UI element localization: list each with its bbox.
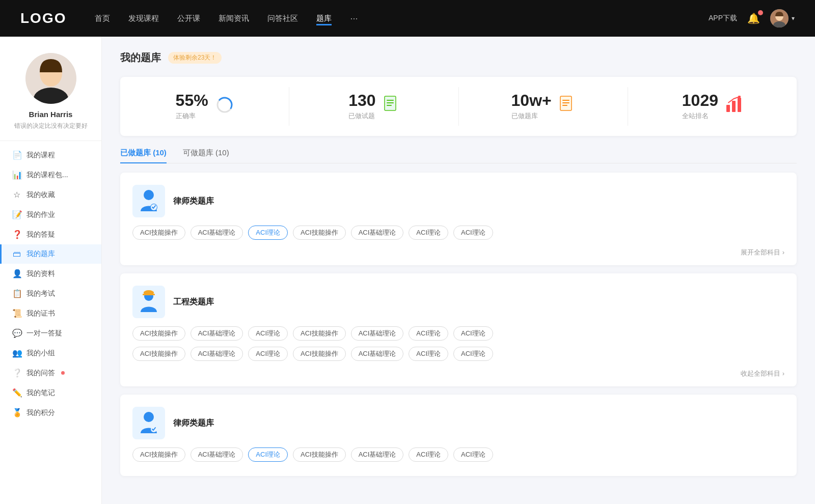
tabs-row: 已做题库 (10) 可做题库 (10): [120, 148, 797, 163]
doc-green-icon: [383, 96, 399, 118]
unread-dot: [61, 371, 65, 375]
notification-badge: [758, 10, 763, 15]
stat-done-banks-value: 10w+: [511, 92, 552, 108]
sidebar-item-my-group[interactable]: 👥 我的小组: [0, 343, 101, 363]
sidebar-item-my-notes[interactable]: ✏️ 我的笔记: [0, 383, 101, 403]
tag-item[interactable]: ACI基础理论: [351, 326, 404, 341]
group-icon: 👥: [12, 348, 21, 358]
svg-rect-14: [562, 102, 569, 103]
sidebar-item-question-bank[interactable]: 🗃 我的题库: [0, 244, 101, 264]
svg-rect-10: [387, 102, 394, 103]
stats-row: 55% 正确率 130 已做试题: [120, 77, 797, 136]
sidebar: Brian Harris 错误的决定比没有决定要好 📄 我的课程 📊 我的课程包…: [0, 37, 102, 504]
sidebar-item-favorites[interactable]: ☆ 我的收藏: [0, 185, 101, 205]
tag-item[interactable]: ACI理论: [409, 447, 448, 462]
tag-item[interactable]: ACI理论: [453, 226, 493, 240]
sidebar-item-my-points[interactable]: 🏅 我的积分: [0, 403, 101, 423]
stat-done-questions: 130 已做试题: [289, 87, 458, 126]
page-title: 我的题库: [120, 51, 161, 65]
qa-icon: ❓: [12, 230, 21, 239]
tag-item[interactable]: ACI理论: [409, 226, 448, 240]
profile-motto: 错误的决定比没有决定要好: [14, 122, 88, 130]
stat-done-banks-label: 已做题库: [511, 111, 552, 121]
tag-item[interactable]: ACI技能操作: [132, 226, 185, 240]
expand-all-btn[interactable]: 展开全部科目 ›: [132, 246, 784, 257]
tag-item-active[interactable]: ACI理论: [248, 447, 288, 462]
tag-item[interactable]: ACI理论: [453, 326, 493, 341]
doc-orange-icon: [559, 96, 575, 118]
tag-item[interactable]: ACI技能操作: [132, 347, 185, 361]
tag-item[interactable]: ACI基础理论: [191, 226, 243, 240]
nav-open-course[interactable]: 公开课: [177, 12, 200, 25]
sidebar-item-one-on-one[interactable]: 💬 一对一答疑: [0, 323, 101, 343]
homework-icon: 📝: [12, 210, 21, 219]
sidebar-item-course-package[interactable]: 📊 我的课程包...: [0, 165, 101, 185]
svg-point-27: [144, 412, 154, 422]
pie-chart-icon: [215, 96, 234, 118]
sidebar-item-exam[interactable]: 📋 我的考试: [0, 284, 101, 303]
tag-item[interactable]: ACI理论: [248, 326, 288, 341]
notes-icon: ✏️: [12, 388, 21, 398]
tag-item[interactable]: ACI基础理论: [191, 447, 243, 462]
tag-item[interactable]: ACI技能操作: [293, 447, 346, 462]
tag-item[interactable]: ACI基础理论: [351, 226, 404, 240]
tags-lawyer-1: ACI技能操作 ACI基础理论 ACI理论 ACI技能操作 ACI基础理论 AC…: [132, 226, 784, 240]
tag-item[interactable]: ACI理论: [453, 347, 493, 361]
category-card-engineer: 工程类题库 ACI技能操作 ACI基础理论 ACI理论 ACI技能操作 ACI基…: [120, 273, 797, 386]
tags-engineer-row2: ACI技能操作 ACI基础理论 ACI理论 ACI技能操作 ACI基础理论 AC…: [132, 347, 784, 361]
notification-bell[interactable]: 🔔: [747, 12, 760, 24]
trial-badge: 体验剩余23天！: [168, 52, 222, 64]
tag-item[interactable]: ACI技能操作: [293, 347, 346, 361]
nav-qa[interactable]: 问答社区: [267, 12, 298, 25]
page-header: 我的题库 体验剩余23天！: [120, 51, 797, 65]
tag-item[interactable]: ACI技能操作: [293, 326, 346, 341]
tags-engineer-row1: ACI技能操作 ACI基础理论 ACI理论 ACI技能操作 ACI基础理论 AC…: [132, 326, 784, 341]
chart-red-icon: [725, 96, 743, 118]
tag-item[interactable]: ACI理论: [409, 347, 448, 361]
category-name-engineer: 工程类题库: [173, 297, 214, 307]
app-download-btn[interactable]: APP下载: [709, 14, 737, 23]
tag-item-active[interactable]: ACI理论: [248, 226, 288, 240]
tag-item[interactable]: ACI基础理论: [351, 347, 404, 361]
profile-icon: 👤: [12, 269, 21, 278]
nav-discover[interactable]: 发现课程: [128, 12, 159, 25]
tag-item[interactable]: ACI理论: [409, 326, 448, 341]
svg-rect-17: [732, 101, 736, 112]
tag-item[interactable]: ACI技能操作: [293, 226, 346, 240]
tag-item[interactable]: ACI基础理论: [191, 326, 243, 341]
course-package-icon: 📊: [12, 170, 21, 180]
sidebar-item-certificate[interactable]: 📜 我的证书: [0, 303, 101, 323]
sidebar-item-my-data[interactable]: 👤 我的资料: [0, 264, 101, 284]
points-icon: 🏅: [12, 408, 21, 417]
nav-question-bank[interactable]: 题库: [316, 12, 332, 25]
stat-done-banks: 10w+ 已做题库: [459, 87, 628, 126]
nav-more[interactable]: ···: [350, 13, 358, 24]
svg-rect-11: [387, 105, 392, 106]
sidebar-item-my-course[interactable]: 📄 我的课程: [0, 145, 101, 165]
course-icon: 📄: [12, 150, 21, 160]
sidebar-item-my-question[interactable]: ❔ 我的问答: [0, 363, 101, 383]
tag-item[interactable]: ACI基础理论: [191, 347, 243, 361]
svg-rect-15: [562, 105, 567, 106]
tag-item[interactable]: ACI基础理论: [351, 447, 404, 462]
category-icon-lawyer-2: [132, 407, 165, 439]
tag-item[interactable]: ACI技能操作: [132, 447, 185, 462]
nav-news[interactable]: 新闻资讯: [219, 12, 249, 25]
tag-item[interactable]: ACI理论: [453, 447, 493, 462]
sidebar-item-my-qa[interactable]: ❓ 我的答疑: [0, 225, 101, 244]
question-bank-icon: 🗃: [12, 249, 21, 259]
tag-item[interactable]: ACI理论: [248, 347, 288, 361]
main-layout: Brian Harris 错误的决定比没有决定要好 📄 我的课程 📊 我的课程包…: [0, 37, 815, 504]
tags-lawyer-2: ACI技能操作 ACI基础理论 ACI理论 ACI技能操作 ACI基础理论 AC…: [132, 447, 784, 462]
exam-icon: 📋: [12, 289, 21, 298]
tab-done-banks[interactable]: 已做题库 (10): [120, 148, 167, 163]
one-on-one-icon: 💬: [12, 328, 21, 338]
collapse-all-btn[interactable]: 收起全部科目 ›: [132, 367, 784, 378]
nav-home[interactable]: 首页: [95, 12, 110, 25]
sidebar-item-homework[interactable]: 📝 我的作业: [0, 205, 101, 225]
chevron-down-icon: ▾: [792, 15, 795, 22]
user-avatar-menu[interactable]: ▾: [770, 9, 795, 27]
stat-accuracy-label: 正确率: [176, 111, 208, 121]
tag-item[interactable]: ACI技能操作: [132, 326, 185, 341]
tab-available-banks[interactable]: 可做题库 (10): [183, 148, 229, 163]
